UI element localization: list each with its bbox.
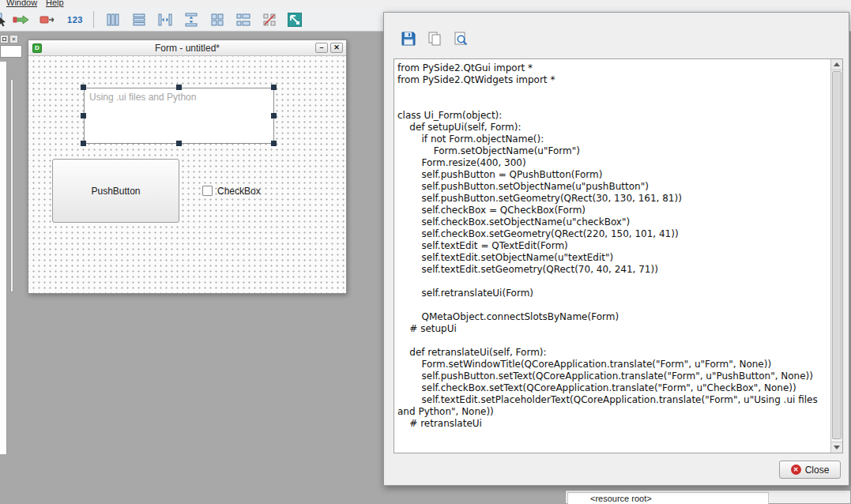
splitter-vertical-button[interactable] [181,9,201,30]
layout-grid-button[interactable] [207,9,228,30]
menu-help[interactable]: Help [46,0,64,7]
edit-buddies-icon [40,12,57,28]
splitter-horizontal-icon [157,12,173,28]
selection-handle-w[interactable] [81,113,86,118]
widgetbox-panel-sliver [0,62,7,454]
code-view[interactable]: from PySide2.QtGui import * from PySide2… [393,58,843,453]
widgetbox-scrollbar[interactable] [10,79,13,292]
find-code-button[interactable] [450,28,471,49]
adjust-size-icon [287,12,303,28]
form-designer-window: D Form - untitled* – ✕ Using .ui files a… [28,39,347,294]
edit-widgets-button[interactable] [0,9,11,30]
scrollbar-thumb[interactable] [832,71,842,439]
find-icon [452,30,469,47]
arrow-up-icon [834,62,840,66]
widgetbox-filter-input[interactable] [0,45,22,58]
form-minimize-button[interactable]: – [315,43,328,53]
selection-handle-sw[interactable] [81,141,86,146]
code-preview-dialog: from PySide2.QtGui import * from PySide2… [383,12,849,486]
layout-grid-icon [209,12,225,28]
dock-float-button[interactable] [0,35,9,43]
edit-signals-slots-icon [13,12,30,28]
adjust-size-button[interactable] [284,9,305,30]
arrow-down-icon [834,446,840,449]
selection-handle-e[interactable] [271,113,277,118]
code-scrollbar[interactable] [830,59,842,453]
menubar: Window Help [0,0,851,8]
edit-buddies-button[interactable] [38,9,58,30]
resource-root-row[interactable]: <resource root> [567,492,769,504]
splitter-vertical-icon [183,12,199,28]
edit-widgets-icon [0,12,9,28]
layout-form-icon [235,12,251,28]
pushbutton-widget[interactable]: PushButton [52,159,179,223]
layout-vertical-icon [131,12,147,28]
close-dialog-button[interactable]: ✕ Close [779,461,841,479]
resource-root-label: <resource root> [590,494,652,503]
layout-horizontal-icon [105,12,121,28]
scroll-down-button[interactable] [831,442,842,453]
checkbox-widget[interactable]: CheckBox [202,175,282,207]
textedit-widget[interactable]: Using .ui files and Python [84,88,274,144]
selection-handle-s[interactable] [176,141,182,146]
close-button-label: Close [805,465,830,476]
form-close-button[interactable]: ✕ [330,43,343,53]
dock-close-button[interactable]: ✕ [9,35,18,43]
menu-window[interactable]: Window [6,0,37,7]
selection-handle-se[interactable] [271,141,277,146]
edit-tab-order-icon: 123 [67,15,83,24]
edit-tab-order-button[interactable]: 123 [63,9,87,30]
edit-signals-slots-button[interactable] [11,9,32,30]
copy-icon [426,30,443,47]
toolbar-separator [93,11,94,28]
close-icon: ✕ [12,36,17,42]
layout-vertical-button[interactable] [129,9,149,30]
scroll-up-button[interactable] [831,59,842,70]
form-window-title: Form - untitled* [28,43,346,54]
close-circle-icon: ✕ [791,465,801,475]
generated-python-code: from PySide2.QtGui import * from PySide2… [394,59,842,433]
selection-handle-ne[interactable] [271,85,277,90]
form-window-titlebar[interactable]: D Form - untitled* – ✕ [28,40,346,56]
float-icon [2,37,6,41]
qt-designer-screen: Window Help 123 [0,0,851,504]
checkbox-label: CheckBox [217,186,261,197]
layout-form-button[interactable] [233,9,254,30]
break-layout-icon [262,12,277,28]
splitter-horizontal-button[interactable] [155,9,175,30]
save-code-button[interactable] [398,28,419,49]
checkbox-box-icon [202,186,213,196]
form-canvas[interactable]: Using .ui files and Python PushButton Ch… [28,56,346,293]
save-icon [400,30,417,47]
resource-browser-panel: <resource root> [565,490,851,504]
break-layout-button[interactable] [259,9,280,30]
layout-horizontal-button[interactable] [103,9,123,30]
selection-handle-n[interactable] [176,85,182,90]
selection-handle-nw[interactable] [81,85,86,90]
copy-code-button[interactable] [424,28,445,49]
